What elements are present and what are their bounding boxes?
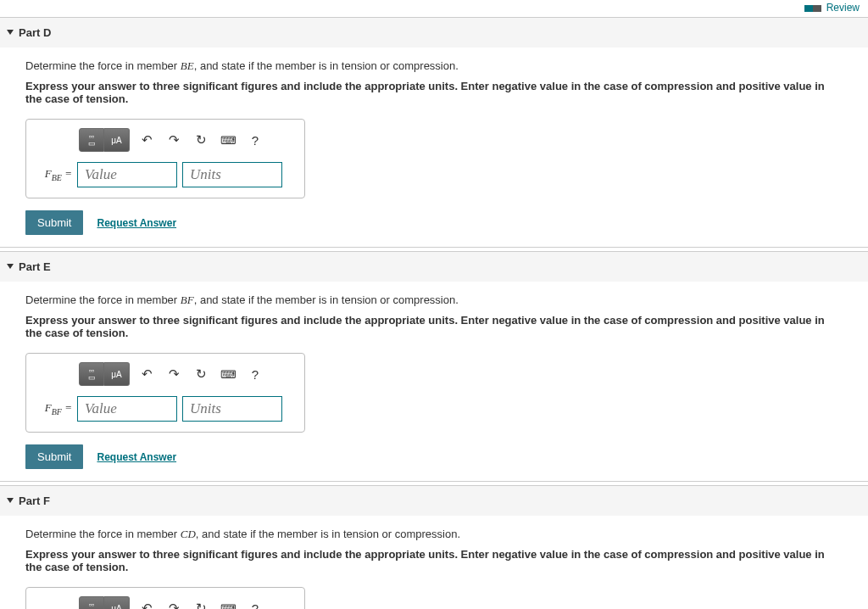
top-bar: Review bbox=[0, 0, 868, 14]
answer-box: ▫▫▭ μA ↶ ↷ ↻ ⌨ ? FBF = bbox=[25, 353, 305, 433]
redo-icon[interactable]: ↷ bbox=[164, 130, 184, 150]
reset-icon[interactable]: ↻ bbox=[191, 364, 211, 384]
units-input[interactable] bbox=[182, 162, 282, 187]
review-link[interactable]: Review bbox=[826, 2, 860, 14]
keyboard-icon[interactable]: ⌨ bbox=[218, 364, 238, 384]
part-e-header[interactable]: Part E bbox=[0, 252, 868, 282]
help-icon[interactable]: ? bbox=[245, 598, 265, 609]
submit-button[interactable]: Submit bbox=[25, 444, 83, 469]
instructions: Express your answer to three significant… bbox=[25, 548, 843, 573]
format-fraction-button[interactable]: ▫▫▭ bbox=[79, 362, 104, 386]
help-icon[interactable]: ? bbox=[245, 130, 265, 150]
review-icon bbox=[804, 5, 813, 12]
part-f-body: Determine the force in member CD, and st… bbox=[0, 516, 868, 609]
collapse-caret-icon bbox=[7, 30, 14, 35]
member-var: CD bbox=[181, 528, 196, 540]
part-f-section: Part F Determine the force in member CD,… bbox=[0, 485, 868, 609]
undo-icon[interactable]: ↶ bbox=[136, 598, 157, 609]
instructions: Express your answer to three significant… bbox=[25, 314, 843, 339]
answer-box: ▫▫▭ μA ↶ ↷ ↻ ⌨ ? FBE = bbox=[25, 119, 305, 198]
toolbar: ▫▫▭ μA ↶ ↷ ↻ ⌨ ? bbox=[79, 596, 296, 609]
instructions: Express your answer to three significant… bbox=[25, 80, 843, 105]
request-answer-link[interactable]: Request Answer bbox=[97, 217, 176, 229]
variable-label: FBE = bbox=[35, 167, 72, 182]
part-e-body: Determine the force in member BF, and st… bbox=[0, 282, 868, 481]
format-units-button[interactable]: μA bbox=[104, 362, 130, 386]
desc-suffix: , and state if the member is in tension … bbox=[196, 528, 460, 540]
redo-icon[interactable]: ↷ bbox=[164, 364, 184, 384]
description: Determine the force in member BF, and st… bbox=[25, 293, 843, 307]
submit-row: Submit Request Answer bbox=[25, 444, 843, 469]
variable-label: FBF = bbox=[35, 401, 72, 416]
input-row: FBE = bbox=[35, 162, 296, 187]
redo-icon[interactable]: ↷ bbox=[164, 598, 184, 609]
part-e-section: Part E Determine the force in member BF,… bbox=[0, 251, 868, 482]
collapse-caret-icon bbox=[7, 498, 14, 503]
reset-icon[interactable]: ↻ bbox=[191, 598, 211, 609]
part-f-header[interactable]: Part F bbox=[0, 486, 868, 516]
member-var: BF bbox=[181, 293, 194, 306]
format-group: ▫▫▭ μA bbox=[79, 362, 130, 386]
desc-prefix: Determine the force in member bbox=[25, 528, 181, 540]
part-d-body: Determine the force in member BE, and st… bbox=[0, 47, 868, 247]
submit-button[interactable]: Submit bbox=[25, 210, 83, 235]
format-fraction-button[interactable]: ▫▫▭ bbox=[79, 128, 104, 152]
member-var: BE bbox=[181, 59, 194, 72]
input-row: FBF = bbox=[35, 396, 296, 422]
format-fraction-button[interactable]: ▫▫▭ bbox=[79, 596, 104, 609]
help-icon[interactable]: ? bbox=[245, 364, 265, 384]
format-units-button[interactable]: μA bbox=[104, 596, 130, 609]
toolbar: ▫▫▭ μA ↶ ↷ ↻ ⌨ ? bbox=[79, 128, 296, 152]
collapse-caret-icon bbox=[7, 264, 14, 269]
part-d-header[interactable]: Part D bbox=[0, 18, 868, 47]
request-answer-link[interactable]: Request Answer bbox=[97, 451, 176, 463]
part-title: Part D bbox=[19, 26, 51, 39]
description: Determine the force in member BE, and st… bbox=[25, 59, 843, 73]
value-input[interactable] bbox=[77, 162, 177, 187]
keyboard-icon[interactable]: ⌨ bbox=[218, 130, 238, 150]
units-input[interactable] bbox=[182, 396, 282, 422]
answer-box: ▫▫▭ μA ↶ ↷ ↻ ⌨ ? FCD = bbox=[25, 587, 305, 609]
description: Determine the force in member CD, and st… bbox=[25, 528, 843, 541]
part-d-section: Part D Determine the force in member BE,… bbox=[0, 17, 868, 248]
undo-icon[interactable]: ↶ bbox=[136, 130, 157, 150]
part-title: Part F bbox=[19, 494, 50, 507]
desc-prefix: Determine the force in member bbox=[25, 293, 181, 306]
review-icon-2 bbox=[813, 5, 821, 12]
keyboard-icon[interactable]: ⌨ bbox=[218, 598, 238, 609]
format-group: ▫▫▭ μA bbox=[79, 596, 130, 609]
desc-prefix: Determine the force in member bbox=[25, 59, 181, 72]
part-title: Part E bbox=[19, 260, 51, 273]
value-input[interactable] bbox=[77, 396, 177, 422]
desc-suffix: , and state if the member is in tension … bbox=[194, 293, 459, 306]
submit-row: Submit Request Answer bbox=[25, 210, 843, 235]
format-units-button[interactable]: μA bbox=[104, 128, 130, 152]
format-group: ▫▫▭ μA bbox=[79, 128, 130, 152]
toolbar: ▫▫▭ μA ↶ ↷ ↻ ⌨ ? bbox=[79, 362, 296, 386]
desc-suffix: , and state if the member is in tension … bbox=[194, 59, 459, 72]
reset-icon[interactable]: ↻ bbox=[191, 130, 211, 150]
undo-icon[interactable]: ↶ bbox=[136, 364, 157, 384]
